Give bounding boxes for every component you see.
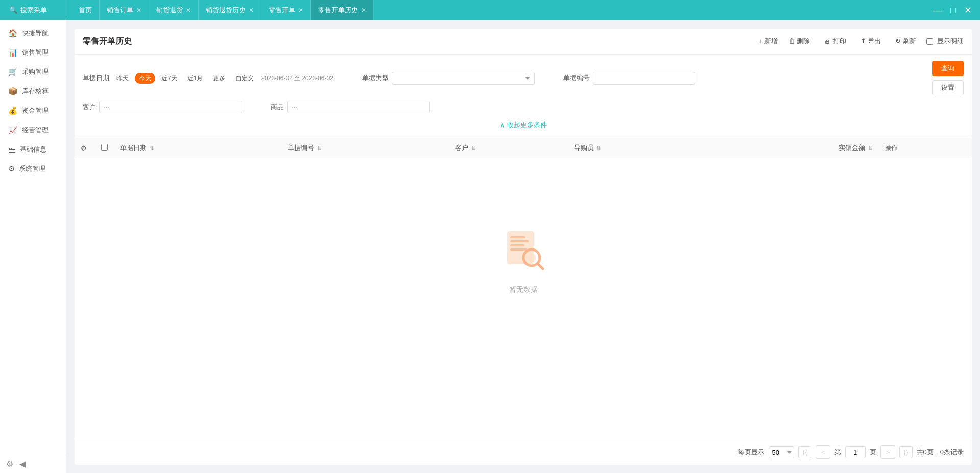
sidebar-label-basic-info: 基础信息 <box>20 145 46 154</box>
tab-sales-return[interactable]: 销货退货✕ <box>149 0 199 20</box>
order-no-input[interactable] <box>593 72 695 85</box>
sidebar-item-basic-info[interactable]: 🗃基础信息 <box>0 140 66 159</box>
display-toggle[interactable]: 显示明细 <box>926 37 964 46</box>
minimize-btn[interactable]: — <box>930 4 945 17</box>
total-info: 共0页，0条记录 <box>917 447 964 457</box>
svg-rect-1 <box>510 236 525 238</box>
tab-retail-open[interactable]: 零售开单✕ <box>261 0 311 20</box>
tab-sales-order[interactable]: 销售订单✕ <box>100 0 149 20</box>
tab-sales-return-history[interactable]: 销货退货历史✕ <box>199 0 261 20</box>
sidebar-search-btn[interactable]: 🔍 搜索采单 <box>0 0 66 20</box>
sidebar-label-sales-mgmt: 销售管理 <box>22 48 49 57</box>
last-page-btn[interactable]: ⟩⟩ <box>899 446 913 458</box>
tab-close-sales-order[interactable]: ✕ <box>136 7 141 14</box>
select-all-checkbox[interactable] <box>101 144 108 151</box>
sidebar-search-label: 搜索采单 <box>20 6 47 15</box>
date-btn-1month[interactable]: 近1月 <box>183 73 207 84</box>
sidebar-icon-operations: 📈 <box>8 126 18 135</box>
col-salesperson-sort-icon[interactable]: ⇅ <box>596 145 601 151</box>
tab-label-sales-return-history: 销货退货历史 <box>206 6 246 15</box>
new-button[interactable]: + 新增 <box>759 37 778 46</box>
sidebar-label-operations: 经营管理 <box>22 126 49 135</box>
export-button[interactable]: ⬆ 导出 <box>856 35 886 48</box>
query-button[interactable]: 查询 <box>932 61 964 76</box>
prev-page-btn[interactable]: ＜ <box>816 445 830 459</box>
page-number-input[interactable] <box>845 446 866 458</box>
table-header-row: ⚙ 单据日期 ⇅ 单据编号 ⇅ <box>75 138 972 158</box>
toolbar: + 新增 🗑 删除 🖨 打印 ⬆ 导出 ↻ 刷新 显示明细 <box>759 35 964 48</box>
tab-home[interactable]: 首页 <box>71 0 100 20</box>
page-label-suffix: 页 <box>870 447 876 457</box>
sidebar-item-quick-nav[interactable]: 🏠快捷导航 <box>0 23 66 43</box>
collapse-sidebar-btn[interactable]: ◀ <box>19 459 26 469</box>
order-no-filter: 单据编号 <box>563 72 695 85</box>
sidebar-icon-system-mgmt: ⚙ <box>8 164 15 173</box>
date-btn-today[interactable]: 今天 <box>135 73 155 84</box>
sidebar-label-purchase-mgmt: 采购管理 <box>22 67 49 77</box>
svg-rect-3 <box>510 244 524 246</box>
first-page-btn[interactable]: ⟨⟨ <box>798 446 811 458</box>
sidebar-item-system-mgmt[interactable]: ⚙系统管理 <box>0 159 66 179</box>
tab-close-sales-return[interactable]: ✕ <box>186 7 191 14</box>
filter-area: 单据日期 昨天 今天 近7天 近1月 更多 自定义 2023-06-02 至 2… <box>75 55 972 138</box>
settings-footer-icon[interactable]: ⚙ <box>6 459 13 469</box>
tab-close-sales-return-history[interactable]: ✕ <box>249 7 254 14</box>
col-date-label: 单据日期 <box>120 144 147 152</box>
per-page-select[interactable]: 50 20 100 <box>769 446 794 458</box>
date-range-display: 2023-06-02 至 2023-06-02 <box>261 74 333 83</box>
order-type-label: 单据类型 <box>362 73 389 83</box>
tab-close-retail-open[interactable]: ✕ <box>298 7 303 14</box>
empty-state: 暂无数据 <box>75 158 972 362</box>
main-content: 零售开单历史 + 新增 🗑 删除 🖨 打印 ⬆ 导出 ↻ 刷新 显示明细 单据日… <box>66 20 980 473</box>
order-type-select[interactable] <box>392 72 535 85</box>
table-area: ⚙ 单据日期 ⇅ 单据编号 ⇅ <box>75 138 972 439</box>
page-label-prefix: 第 <box>834 447 841 457</box>
col-customer-sort-icon[interactable]: ⇅ <box>471 145 475 151</box>
col-amount-label: 实销金额 <box>839 144 865 152</box>
col-salesperson: 导购员 ⇅ <box>568 138 711 158</box>
table-settings-icon[interactable]: ⚙ <box>81 144 87 152</box>
sidebar-item-purchase-mgmt[interactable]: 🛒采购管理 <box>0 62 66 82</box>
svg-line-7 <box>538 264 543 269</box>
tab-close-retail-history[interactable]: ✕ <box>361 7 366 14</box>
empty-text: 暂无数据 <box>509 285 538 294</box>
date-filter-label: 单据日期 <box>83 73 109 83</box>
col-amount-sort-icon[interactable]: ⇅ <box>868 145 872 151</box>
sidebar-icon-quick-nav: 🏠 <box>8 29 18 38</box>
per-page-label: 每页显示 <box>738 447 764 457</box>
close-btn[interactable]: ✕ <box>961 4 975 17</box>
date-btn-more[interactable]: 更多 <box>209 73 229 84</box>
svg-rect-4 <box>510 248 528 251</box>
sidebar: 🔍 搜索采单 🏠快捷导航📊销售管理🛒采购管理📦库存核算💰资金管理📈经营管理🗃基础… <box>0 0 66 473</box>
print-button[interactable]: 🖨 打印 <box>820 35 850 48</box>
customer-input[interactable]: ··· <box>99 101 242 113</box>
maximize-btn[interactable]: □ <box>947 4 959 17</box>
date-btn-custom[interactable]: 自定义 <box>231 73 258 84</box>
sidebar-label-finance: 资金管理 <box>22 106 49 115</box>
col-date-sort-icon[interactable]: ⇅ <box>150 145 154 151</box>
tab-label-sales-return: 销货退货 <box>156 6 183 15</box>
svg-point-6 <box>527 253 536 262</box>
product-dots: ··· <box>292 103 297 111</box>
delete-button[interactable]: 🗑 删除 <box>784 35 815 48</box>
date-btn-yesterday[interactable]: 昨天 <box>112 73 133 84</box>
sidebar-item-operations[interactable]: 📈经营管理 <box>0 120 66 140</box>
filter-row-1: 单据日期 昨天 今天 近7天 近1月 更多 自定义 2023-06-02 至 2… <box>83 61 964 95</box>
col-date: 单据日期 ⇅ <box>114 138 281 158</box>
tab-retail-history[interactable]: 零售开单历史✕ <box>311 0 374 20</box>
product-input[interactable]: ··· <box>287 101 430 113</box>
sidebar-item-inventory[interactable]: 📦库存核算 <box>0 82 66 101</box>
col-order-no-sort-icon[interactable]: ⇅ <box>317 145 321 151</box>
next-page-btn[interactable]: ＞ <box>880 445 895 459</box>
refresh-button[interactable]: ↻ 刷新 <box>891 35 920 48</box>
sidebar-item-sales-mgmt[interactable]: 📊销售管理 <box>0 43 66 62</box>
collapse-filter-btn[interactable]: ∧ 收起更多条件 <box>83 118 964 132</box>
setting-button[interactable]: 设置 <box>932 80 964 95</box>
display-toggle-checkbox[interactable] <box>926 38 933 45</box>
sidebar-item-finance[interactable]: 💰资金管理 <box>0 101 66 120</box>
date-btn-7days[interactable]: 近7天 <box>157 73 181 84</box>
sidebar-icon-sales-mgmt: 📊 <box>8 48 18 57</box>
filter-row-2: 客户 ··· 商品 ··· <box>83 101 964 113</box>
sidebar-icon-finance: 💰 <box>8 106 18 115</box>
table-header: ⚙ 单据日期 ⇅ 单据编号 ⇅ <box>75 138 972 158</box>
